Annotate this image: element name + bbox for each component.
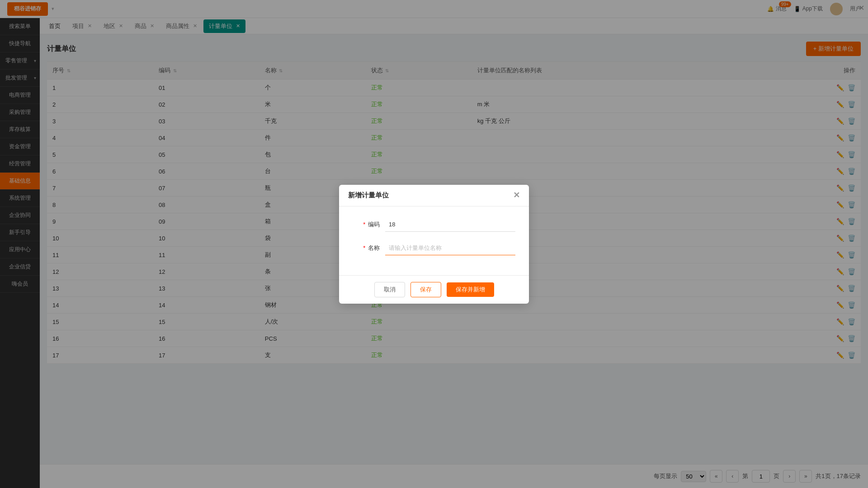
form-label-code: * 编码 [353,221,380,229]
form-row-code: * 编码 [353,217,515,232]
name-input[interactable] [385,241,515,255]
cancel-button[interactable]: 取消 [374,282,405,297]
form-row-name: * 名称 [353,241,515,255]
add-measure-unit-modal: 新增计量单位 ✕ * 编码 * 名称 取消 保存 保存并新增 [339,185,529,304]
form-label-name: * 名称 [353,244,380,252]
required-mark-name: * [363,244,365,251]
save-and-add-button[interactable]: 保存并新增 [447,282,494,297]
save-button[interactable]: 保存 [410,282,441,297]
modal-body: * 编码 * 名称 [339,206,529,275]
required-mark-code: * [363,221,365,228]
modal-title: 新增计量单位 [348,191,389,200]
modal-overlay[interactable]: 新增计量单位 ✕ * 编码 * 名称 取消 保存 保存并新增 [0,0,868,488]
code-input[interactable] [385,217,515,232]
modal-header: 新增计量单位 ✕ [339,185,529,206]
modal-close-btn[interactable]: ✕ [513,191,520,199]
modal-footer: 取消 保存 保存并新增 [339,275,529,304]
